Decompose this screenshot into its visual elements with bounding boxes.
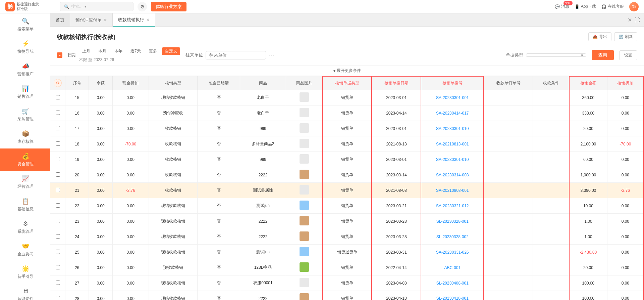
filter-type-select[interactable]: ▾ <box>526 53 586 57</box>
td-cancel-bill-date: 2023-03-01 <box>372 121 421 136</box>
td-checkbox[interactable] <box>50 90 65 105</box>
row-checkbox[interactable] <box>56 111 60 115</box>
messages-button[interactable]: 💬 消息 99+ <box>555 4 569 9</box>
td-checkbox[interactable] <box>50 229 65 245</box>
filter-tag-thismonth[interactable]: 本月 <box>95 47 109 55</box>
sidebar-item-marketing[interactable]: 📣 营销推广 <box>0 58 50 81</box>
th-settings[interactable]: ⚙ <box>50 76 65 90</box>
cancel-bill-no-link[interactable]: SA-20230301-010 <box>436 157 469 162</box>
td-checkbox[interactable] <box>50 214 65 229</box>
row-checkbox[interactable] <box>56 281 60 285</box>
online-service-button[interactable]: 🎧 在线客服 <box>601 4 624 9</box>
query-button[interactable]: 查询 <box>592 50 614 60</box>
row-checkbox[interactable] <box>56 250 60 254</box>
td-checkbox[interactable] <box>50 245 65 260</box>
column-settings-icon[interactable]: ⚙ <box>54 79 62 87</box>
tab-prepay[interactable]: 预付冲应付单 ✕ <box>70 13 113 27</box>
filter-tag-more[interactable]: 更多 <box>146 47 160 55</box>
td-cancel-amount: 2,100.00 <box>569 136 607 152</box>
sidebar-item-baseinfo[interactable]: 📋 基础信息 <box>0 194 50 216</box>
cancel-bill-no-link[interactable]: SL-20230408-001 <box>436 281 469 286</box>
cancel-bill-no-link[interactable]: SA-20230314-008 <box>436 173 469 177</box>
cancel-bill-no-link[interactable]: ABC-001 <box>444 265 461 270</box>
sidebar-item-operations[interactable]: 📈 经营管理 <box>0 171 50 194</box>
filter-expand-arrow[interactable]: » <box>57 52 62 58</box>
cancel-bill-no-link[interactable]: SA-20230301-010 <box>436 126 469 131</box>
td-checkbox[interactable] <box>50 260 65 275</box>
row-checkbox[interactable] <box>56 126 60 130</box>
td-checkbox[interactable] <box>50 183 65 198</box>
filter-tag-7days[interactable]: 近7天 <box>127 47 144 55</box>
sidebar-item-purchase[interactable]: 🛒 采购管理 <box>0 103 50 126</box>
filter-unit-input[interactable] <box>206 51 266 59</box>
filter-unit-label: 往来单位 <box>185 52 203 58</box>
tab-close-window-icon[interactable]: ✕ <box>628 17 632 23</box>
expand-conditions-button[interactable]: ▾ 展开更多条件 <box>330 67 364 74</box>
sidebar-item-sysconfig[interactable]: ⚙ 系统管理 <box>0 216 50 239</box>
td-cancel-type: 收款核销 <box>149 121 197 136</box>
top-search-box[interactable]: 🔍 搜索... ▾ <box>60 2 133 11</box>
cancel-bill-no-link[interactable]: SA-20230331-026 <box>436 250 469 255</box>
td-checkbox[interactable] <box>50 291 65 300</box>
sidebar-item-guide[interactable]: 🌟 新手引导 <box>0 261 50 284</box>
sidebar-item-inventory[interactable]: 📦 库存核算 <box>0 126 50 148</box>
sidebar-item-hardware[interactable]: 🖥 智能硬件 <box>0 284 50 300</box>
td-cancel-bill-date: 2023-03-01 <box>372 152 421 167</box>
filter-tag-lastmonth[interactable]: 上月 <box>79 47 93 55</box>
data-table: ⚙ 序号 余额 现金折扣 核销类型 包含已结清 商品 商品图片 核销单据类型 核… <box>50 76 644 300</box>
filter-tag-thisyear[interactable]: 本年 <box>111 47 125 55</box>
row-checkbox[interactable] <box>56 172 60 177</box>
td-goods-image <box>286 90 323 105</box>
td-checkbox[interactable] <box>50 121 65 136</box>
tab-maximize-icon[interactable]: ⛶ <box>635 17 640 23</box>
tab-receipt-cancel[interactable]: 收款核销执行 ✕ <box>113 13 155 27</box>
cancel-bill-no-link[interactable]: SA-20230321-012 <box>436 204 469 208</box>
row-checkbox[interactable] <box>56 234 60 239</box>
td-checkbox[interactable] <box>50 198 65 214</box>
sidebar-item-finance[interactable]: 💰 资金管理 <box>0 148 50 171</box>
filter-tag-custom[interactable]: 自定义 <box>162 47 180 55</box>
row-checkbox[interactable] <box>56 157 60 161</box>
td-checkbox[interactable] <box>50 105 65 121</box>
row-checkbox[interactable] <box>56 95 60 99</box>
cancel-bill-no-link[interactable]: SA-20230301-001 <box>436 95 469 100</box>
td-receipt-order-no <box>484 136 533 152</box>
row-checkbox[interactable] <box>56 203 60 208</box>
sidebar-item-quicknav[interactable]: ⚡ 快捷导航 <box>0 36 50 58</box>
refresh-button[interactable]: 🔄 刷新 <box>614 32 637 41</box>
td-balance: 0.00 <box>89 152 112 167</box>
row-checkbox[interactable] <box>56 141 60 146</box>
sidebar-item-search[interactable]: 🔍 搜索菜单 <box>0 13 50 36</box>
user-avatar[interactable]: Rit <box>629 2 639 11</box>
td-cancel-bill-no: SA-20230321-012 <box>421 198 484 214</box>
row-checkbox[interactable] <box>56 188 60 192</box>
td-checkbox[interactable] <box>50 167 65 183</box>
td-cancel-bill-no: SL-20230408-001 <box>421 275 484 291</box>
row-checkbox[interactable] <box>56 296 60 300</box>
cancel-bill-no-link[interactable]: SA-20210808-001 <box>436 188 469 193</box>
sidebar-item-sales[interactable]: 📊 销售管理 <box>0 81 50 103</box>
cancel-bill-no-link[interactable]: SL-20230328-002 <box>436 234 469 239</box>
gear-button[interactable]: ⚙ <box>138 2 147 11</box>
industry-solution-button[interactable]: 体验行业方案 <box>151 2 186 11</box>
cancel-bill-no-link[interactable]: SA-20230414-017 <box>436 111 469 116</box>
td-goods-image <box>286 229 323 245</box>
app-download-button[interactable]: 📱 App下载 <box>575 4 596 9</box>
cancel-bill-no-link[interactable]: SL-20230328-001 <box>436 219 469 224</box>
cancel-bill-no-link[interactable]: SA-20210813-001 <box>436 142 469 146</box>
tab-receipt-cancel-close-icon[interactable]: ✕ <box>146 17 150 22</box>
tab-prepay-close-icon[interactable]: ✕ <box>104 18 107 23</box>
td-goods-image <box>286 136 323 152</box>
sidebar-item-collab[interactable]: 🤝 企业协同 <box>0 239 50 261</box>
settings-button[interactable]: 设置 <box>619 50 637 60</box>
export-button[interactable]: 📤 导出 <box>588 32 611 41</box>
td-balance: 0.00 <box>89 136 112 152</box>
td-included-settled: 否 <box>198 291 240 300</box>
td-checkbox[interactable] <box>50 152 65 167</box>
td-checkbox[interactable] <box>50 136 65 152</box>
tab-home[interactable]: 首页 <box>50 13 70 27</box>
row-checkbox[interactable] <box>56 265 60 269</box>
td-checkbox[interactable] <box>50 275 65 291</box>
row-checkbox[interactable] <box>56 219 60 223</box>
cancel-bill-no-link[interactable]: SL-20230418-001 <box>436 296 469 300</box>
